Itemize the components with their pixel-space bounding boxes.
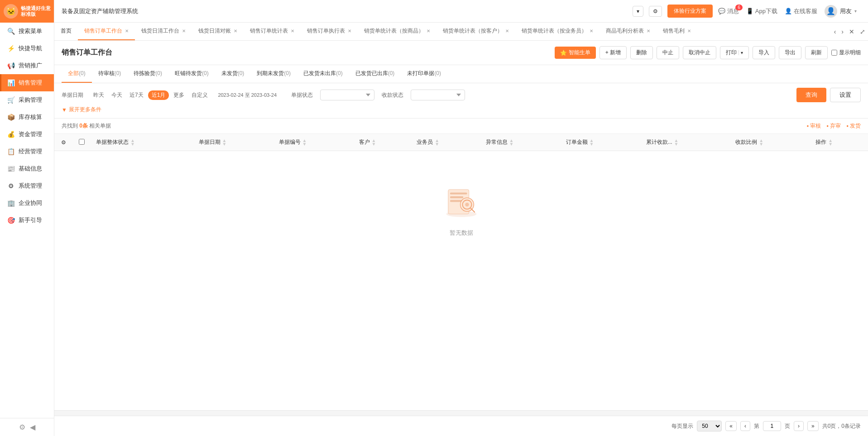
online-service-btn[interactable]: 👤 在线客服 [785, 7, 817, 15]
sidebar-item-system[interactable]: ⚙系统管理 [0, 177, 54, 194]
col-date-th[interactable]: 单据日期▲▼ [193, 134, 273, 151]
ship-btn[interactable]: 发货 [846, 122, 861, 130]
col-status-th[interactable]: 单据整体状态▲▼ [91, 134, 193, 151]
sidebar-item-inventory[interactable]: 📦库存核算 [0, 109, 54, 126]
col-checkbox-th[interactable] [72, 134, 91, 151]
tab-sales-by-staff[interactable]: 销货单统计表（按业务员）✕ [515, 23, 599, 40]
cancel-stop-btn[interactable]: 取消中止 [683, 46, 716, 59]
add-btn[interactable]: + 新增 [599, 46, 627, 59]
sub-tab-all[interactable]: 全部(0) [62, 65, 92, 83]
tab-margin-analysis[interactable]: 商品毛利分析表✕ [599, 23, 657, 40]
tab-sales-exec[interactable]: 销售订单执行表✕ [301, 23, 358, 40]
settings-btn[interactable]: ⚙ [649, 6, 662, 17]
expand-btn[interactable]: ▼ 展开更多条件 [62, 106, 101, 114]
select-all-checkbox[interactable] [79, 139, 85, 145]
tab-close-sales-by-product[interactable]: ✕ [427, 28, 430, 33]
settings-icon[interactable]: ⚙ [19, 423, 25, 431]
next-page-btn[interactable]: › [794, 421, 804, 431]
sidebar-item-marketing[interactable]: 📢营销推广 [0, 57, 54, 74]
tab-close-sales-stat[interactable]: ✕ [291, 28, 294, 33]
refresh-btn[interactable]: 刷新 [805, 46, 828, 59]
sidebar-item-finance[interactable]: 💰资金管理 [0, 126, 54, 143]
stop-btn[interactable]: 中止 [657, 46, 679, 59]
col-ratio-th[interactable]: 收款比例▲▼ [730, 134, 810, 151]
date-btn-昨天[interactable]: 昨天 [91, 90, 107, 100]
tab-sales-by-product[interactable]: 销货单统计表（按商品）✕ [358, 23, 436, 40]
export-btn[interactable]: 导出 [779, 46, 801, 59]
payment-filter-select[interactable] [411, 90, 465, 100]
h-scroll[interactable] [54, 410, 868, 416]
col-amount-th[interactable]: 订单金额▲▼ [561, 134, 641, 151]
sub-tab-shipped-stored[interactable]: 已发货已出库(0) [349, 65, 401, 83]
print-btn[interactable]: 打印 ▾ [720, 46, 749, 59]
tab-close-all-btn[interactable]: ✕ [846, 28, 857, 35]
tab-close-sales-by-staff[interactable]: ✕ [590, 28, 593, 33]
collapse-icon[interactable]: ◀ [30, 423, 35, 431]
print-dropdown-icon[interactable]: ▾ [739, 50, 743, 55]
sidebar-item-enterprise[interactable]: 🏢企业协同 [0, 194, 54, 212]
query-btn[interactable]: 查询 [796, 88, 826, 102]
tab-sales-gross[interactable]: 销售毛利✕ [657, 23, 697, 40]
tab-home[interactable]: 首页 [54, 23, 78, 40]
sidebar-item-search[interactable]: 🔍搜索菜单 [0, 23, 54, 40]
user-dropdown-icon[interactable]: ▾ [854, 9, 861, 14]
smart-gen-btn[interactable]: ⭐ 智能生单 [555, 47, 596, 59]
status-filter-select[interactable] [320, 90, 374, 100]
sub-tab-not-shipped[interactable]: 未发货(0) [215, 65, 251, 83]
tab-sales-stat[interactable]: 销售订单统计表✕ [244, 23, 301, 40]
sidebar-item-quick-nav[interactable]: ⚡快捷导航 [0, 40, 54, 57]
tab-cash-reconcile[interactable]: 钱货日清对账✕ [192, 23, 244, 40]
sidebar-item-guide[interactable]: 🎯新手引导 [0, 212, 54, 229]
page-size-select[interactable]: 50 20 100 [697, 421, 722, 431]
tab-close-sales-gross[interactable]: ✕ [687, 28, 691, 33]
tabs-next-btn[interactable]: › [839, 28, 846, 35]
date-btn-自定义[interactable]: 自定义 [189, 90, 211, 100]
date-btn-近7天[interactable]: 近7天 [127, 90, 146, 100]
page-input[interactable] [763, 421, 781, 431]
tab-close-sales-by-customer[interactable]: ✕ [505, 28, 509, 33]
last-page-btn[interactable]: » [807, 421, 819, 431]
col-settings-th[interactable]: ⚙ [54, 134, 72, 151]
sub-tab-shipped-not-stored[interactable]: 已发货未出库(0) [297, 65, 349, 83]
col-abnormal-th[interactable]: 异常信息▲▼ [480, 134, 561, 151]
tab-close-cash-daily[interactable]: ✕ [182, 28, 186, 33]
sidebar-item-sales[interactable]: 📊销售管理 [0, 74, 54, 91]
tab-sales-workbench[interactable]: 销售订单工作台✕ [78, 23, 135, 40]
message-btn[interactable]: 💬 消息 6 [718, 7, 739, 15]
tab-cash-daily[interactable]: 钱货日清工作台✕ [135, 23, 192, 40]
industry-btn[interactable]: 体验行业方案 [667, 5, 713, 18]
import-btn[interactable]: 导入 [753, 46, 775, 59]
first-page-btn[interactable]: « [725, 421, 737, 431]
sidebar-item-purchase[interactable]: 🛒采购管理 [0, 91, 54, 109]
cancel-audit-btn[interactable]: 弃审 [826, 122, 841, 130]
tab-close-cash-reconcile[interactable]: ✕ [234, 28, 237, 33]
sub-tab-not-printed[interactable]: 未打印单据(0) [401, 65, 447, 83]
tab-close-margin-analysis[interactable]: ✕ [647, 28, 650, 33]
tab-sales-by-customer[interactable]: 销货单统计表（按客户）✕ [436, 23, 515, 40]
tab-maximize-btn[interactable]: ⤢ [857, 28, 868, 35]
sub-tab-expired-not-shipped[interactable]: 到期未发货(0) [250, 65, 297, 83]
col-actions-th[interactable]: 操作▲▼ [810, 134, 868, 151]
sub-tab-pending-review[interactable]: 待审核(0) [92, 65, 128, 83]
sidebar-item-basic-info[interactable]: 📰基础信息 [0, 160, 54, 177]
tab-close-sales-workbench[interactable]: ✕ [125, 28, 129, 33]
set-btn[interactable]: 设置 [830, 88, 861, 102]
app-download-btn[interactable]: 📱 App下载 [746, 7, 777, 15]
tabs-prev-btn[interactable]: ‹ [831, 28, 839, 35]
sub-tab-pending-inspect[interactable]: 待拣验货(0) [127, 65, 168, 83]
date-btn-近1月[interactable]: 近1月 [148, 90, 169, 100]
tab-close-sales-exec[interactable]: ✕ [348, 28, 351, 33]
sidebar-item-operations[interactable]: 📋经营管理 [0, 143, 54, 160]
show-detail-checkbox[interactable] [831, 50, 837, 56]
audit-btn[interactable]: 审核 [806, 122, 821, 130]
date-btn-更多[interactable]: 更多 [171, 90, 187, 100]
prev-page-btn[interactable]: ‹ [740, 421, 750, 431]
sub-tab-wangpu-pending[interactable]: 旺铺待发货(0) [168, 65, 215, 83]
col-collected-th[interactable]: 累计收款...▲▼ [641, 134, 730, 151]
col-customer-th[interactable]: 客户▲▼ [354, 134, 412, 151]
col-number-th[interactable]: 单据编号▲▼ [273, 134, 354, 151]
col-staff-th[interactable]: 业务员▲▼ [411, 134, 480, 151]
date-btn-今天[interactable]: 今天 [109, 90, 125, 100]
topbar-dropdown-btn[interactable]: ▾ [633, 6, 643, 17]
delete-btn[interactable]: 删除 [630, 46, 653, 59]
